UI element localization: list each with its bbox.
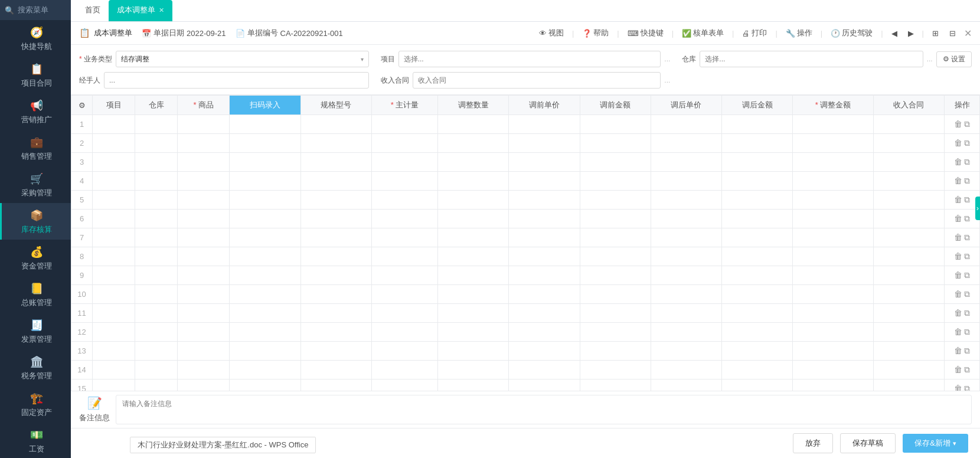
copy-row-9-icon[interactable]: ⧉	[964, 270, 970, 280]
row-11-adj-qty[interactable]	[438, 304, 509, 323]
delete-row-13-icon[interactable]: 🗑	[954, 346, 962, 355]
row-9-spec-type[interactable]	[300, 266, 371, 285]
row-11-product[interactable]	[178, 304, 230, 323]
row-11-before-unit-price[interactable]	[509, 304, 580, 323]
row-13-income-contract[interactable]	[873, 342, 944, 361]
row-13-before-amount[interactable]	[580, 342, 651, 361]
delete-row-7-icon[interactable]: 🗑	[954, 233, 962, 242]
view-action-btn[interactable]: 👁 视图	[537, 27, 566, 40]
sidebar-item-purchase-management[interactable]: 🛒 采购管理	[0, 166, 71, 203]
row-1-spec-type[interactable]	[300, 115, 371, 134]
row-1-main-qty[interactable]	[371, 115, 437, 134]
row-14-after-amount[interactable]	[722, 361, 793, 380]
delete-row-6-icon[interactable]: 🗑	[954, 214, 962, 223]
row-1-income-contract[interactable]	[873, 115, 944, 134]
warehouse-ellipsis[interactable]: ...	[927, 55, 933, 63]
row-3-after-amount[interactable]	[722, 153, 793, 172]
row-6-spec-type[interactable]	[300, 210, 371, 228]
row-6-adj-amount[interactable]	[793, 210, 873, 228]
nav-next-btn[interactable]: ▶	[906, 28, 916, 39]
row-13-main-qty[interactable]	[371, 342, 437, 361]
row-10-adj-amount[interactable]	[793, 285, 873, 304]
row-2-after-amount[interactable]	[722, 134, 793, 153]
row-14-adj-amount[interactable]	[793, 361, 873, 380]
row-15-scan-input[interactable]	[230, 380, 300, 391]
copy-row-12-icon[interactable]: ⧉	[964, 327, 970, 336]
row-8-project[interactable]	[93, 247, 135, 266]
delete-row-8-icon[interactable]: 🗑	[954, 251, 962, 261]
delete-row-12-icon[interactable]: 🗑	[954, 327, 962, 336]
row-8-after-amount[interactable]	[722, 247, 793, 266]
row-15-main-qty[interactable]	[371, 380, 437, 391]
row-15-spec-type[interactable]	[300, 380, 371, 391]
row-5-project[interactable]	[93, 191, 135, 210]
copy-row-8-icon[interactable]: ⧉	[964, 251, 970, 261]
row-3-adj-qty[interactable]	[438, 153, 509, 172]
row-10-before-amount[interactable]	[580, 285, 651, 304]
row-9-main-qty[interactable]	[371, 266, 437, 285]
row-2-after-unit-price[interactable]	[651, 134, 721, 153]
row-10-product[interactable]	[178, 285, 230, 304]
sidebar-item-salary[interactable]: 💵 工资	[0, 423, 71, 458]
row-8-scan-input[interactable]	[230, 247, 300, 266]
row-7-adj-amount[interactable]	[793, 228, 873, 247]
col-settings[interactable]: ⚙	[71, 96, 93, 115]
row-1-project[interactable]	[93, 115, 135, 134]
row-13-project[interactable]	[93, 342, 135, 361]
row-1-adj-qty[interactable]	[438, 115, 509, 134]
row-9-warehouse[interactable]	[135, 266, 178, 285]
form-close-btn[interactable]: ✕	[964, 28, 972, 39]
row-6-scan-input[interactable]	[230, 210, 300, 228]
row-12-adj-amount[interactable]	[793, 323, 873, 342]
row-4-project[interactable]	[93, 172, 135, 191]
row-9-after-amount[interactable]	[722, 266, 793, 285]
sidebar-item-invoice-management[interactable]: 🧾 发票管理	[0, 313, 71, 349]
row-14-spec-type[interactable]	[300, 361, 371, 380]
row-6-project[interactable]	[93, 210, 135, 228]
row-12-main-qty[interactable]	[371, 323, 437, 342]
delete-row-3-icon[interactable]: 🗑	[954, 157, 962, 166]
tab-cost-adjustment[interactable]: 成本调整单 ✕	[109, 0, 172, 21]
row-4-scan-input[interactable]	[230, 172, 300, 191]
row-9-project[interactable]	[93, 266, 135, 285]
row-9-income-contract[interactable]	[873, 266, 944, 285]
row-14-adj-qty[interactable]	[438, 361, 509, 380]
row-14-product[interactable]	[178, 361, 230, 380]
row-11-warehouse[interactable]	[135, 304, 178, 323]
operation-action-btn[interactable]: 🔧 操作	[783, 27, 815, 40]
row-7-after-unit-price[interactable]	[651, 228, 721, 247]
row-1-adj-amount[interactable]	[793, 115, 873, 134]
row-7-warehouse[interactable]	[135, 228, 178, 247]
row-13-scan-input[interactable]	[230, 342, 300, 361]
notes-input[interactable]	[116, 395, 972, 424]
split-view-btn[interactable]: ⊟	[947, 28, 958, 39]
row-1-before-unit-price[interactable]	[509, 115, 580, 134]
row-11-spec-type[interactable]	[300, 304, 371, 323]
row-13-product[interactable]	[178, 342, 230, 361]
row-9-product[interactable]	[178, 266, 230, 285]
row-8-product[interactable]	[178, 247, 230, 266]
delete-row-10-icon[interactable]: 🗑	[954, 289, 962, 299]
history-action-btn[interactable]: 🕐 历史驾驶	[828, 27, 875, 40]
row-15-before-unit-price[interactable]	[509, 380, 580, 391]
row-7-main-qty[interactable]	[371, 228, 437, 247]
row-11-income-contract[interactable]	[873, 304, 944, 323]
row-15-after-unit-price[interactable]	[651, 380, 721, 391]
row-12-before-unit-price[interactable]	[509, 323, 580, 342]
row-5-adj-amount[interactable]	[793, 191, 873, 210]
row-9-before-unit-price[interactable]	[509, 266, 580, 285]
row-12-warehouse[interactable]	[135, 323, 178, 342]
row-3-income-contract[interactable]	[873, 153, 944, 172]
right-edge-indicator[interactable]: ›	[975, 197, 980, 220]
row-11-before-amount[interactable]	[580, 304, 651, 323]
row-4-after-unit-price[interactable]	[651, 172, 721, 191]
copy-row-14-icon[interactable]: ⧉	[964, 365, 970, 374]
row-4-product[interactable]	[178, 172, 230, 191]
row-13-after-amount[interactable]	[722, 342, 793, 361]
row-13-warehouse[interactable]	[135, 342, 178, 361]
row-9-adj-amount[interactable]	[793, 266, 873, 285]
row-10-before-unit-price[interactable]	[509, 285, 580, 304]
project-input[interactable]	[398, 51, 661, 67]
row-5-warehouse[interactable]	[135, 191, 178, 210]
row-12-spec-type[interactable]	[300, 323, 371, 342]
